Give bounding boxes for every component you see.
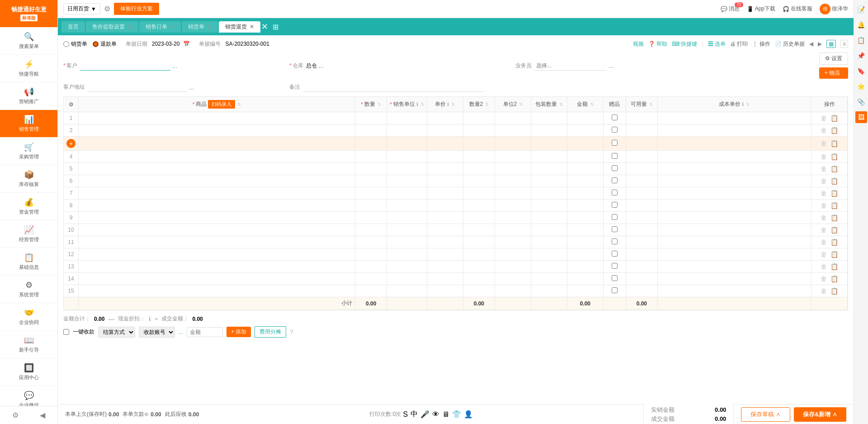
radio-sales-return[interactable]: 销货单 bbox=[63, 40, 87, 48]
costprice-sort[interactable]: ⇅ bbox=[746, 102, 750, 107]
product-input-6[interactable] bbox=[81, 178, 352, 184]
row-gift-13[interactable] bbox=[603, 261, 626, 273]
product-sort[interactable]: ⇅ bbox=[237, 102, 241, 107]
zhong-icon[interactable]: 中 bbox=[410, 410, 418, 419]
tab-1[interactable]: 售价提取设置✕ bbox=[86, 21, 138, 33]
right-panel-icon-8[interactable]: 🖼 bbox=[855, 111, 867, 123]
right-panel-icon-7[interactable]: 📎 bbox=[855, 96, 867, 108]
grid-view-icon[interactable]: ▦ bbox=[826, 40, 836, 48]
right-panel-icon-4[interactable]: 📌 bbox=[855, 50, 867, 62]
delete-row-5-icon[interactable]: 🗑 bbox=[821, 165, 827, 172]
row-product-5[interactable] bbox=[79, 163, 355, 175]
unit-sort[interactable]: ⇅ bbox=[420, 102, 424, 107]
product-input-9[interactable] bbox=[81, 214, 352, 221]
copy-row-3-icon[interactable]: 📋 bbox=[830, 140, 838, 147]
industry-select[interactable]: 日用百货 ▼ bbox=[63, 3, 100, 14]
qty2-sort[interactable]: ⇅ bbox=[485, 102, 489, 107]
tab-close-4[interactable]: ✕ bbox=[250, 24, 254, 30]
tab-close-2[interactable]: ✕ bbox=[170, 24, 175, 30]
online-service-btn[interactable]: 🎧 在线客服 bbox=[783, 5, 812, 13]
product-input-11[interactable] bbox=[81, 239, 352, 245]
row-product-12[interactable] bbox=[79, 248, 355, 261]
row-product-6[interactable] bbox=[79, 175, 355, 187]
product-input-10[interactable] bbox=[81, 227, 352, 233]
sidebar-item-搜索菜单[interactable]: 🔍搜索菜单 bbox=[0, 27, 57, 55]
mic-icon[interactable]: 🎤 bbox=[420, 410, 429, 419]
tab-close-3[interactable]: ✕ bbox=[207, 24, 212, 30]
sidebar-item-资金管理[interactable]: 💰资金管理 bbox=[0, 193, 57, 220]
copy-row-2-icon[interactable]: 📋 bbox=[830, 127, 838, 134]
sidebar-item-企业协同[interactable]: 🤝企业协同 bbox=[0, 303, 57, 331]
row-product-13[interactable] bbox=[79, 261, 355, 273]
add-row-btn[interactable]: + bbox=[66, 139, 75, 148]
toolbar-print[interactable]: 🖨 打印 bbox=[730, 40, 748, 48]
sidebar-item-企业微信[interactable]: 💬企业微信 bbox=[0, 386, 57, 406]
gift-checkbox-9[interactable] bbox=[612, 214, 618, 220]
sidebar-item-快捷导航[interactable]: ⚡快捷导航 bbox=[0, 55, 57, 82]
address-dots[interactable]: ... bbox=[189, 84, 194, 91]
copy-row-15-icon[interactable]: 📋 bbox=[830, 287, 838, 295]
copy-row-8-icon[interactable]: 📋 bbox=[830, 202, 838, 209]
sidebar-item-新手引导[interactable]: 📖新手引导 bbox=[0, 331, 57, 358]
unit-info-icon[interactable]: ℹ bbox=[416, 101, 418, 107]
sidebar-item-系统管理[interactable]: ⚙系统管理 bbox=[0, 276, 57, 303]
right-panel-icon-5[interactable]: 🔖 bbox=[855, 65, 867, 77]
message-btn[interactable]: 💬 消息 70 bbox=[721, 5, 740, 13]
calendar-icon[interactable]: 📅 bbox=[183, 41, 190, 47]
gift-checkbox-4[interactable] bbox=[612, 153, 618, 159]
row-gift-12[interactable] bbox=[603, 248, 626, 261]
product-input-7[interactable] bbox=[81, 190, 352, 196]
product-input-13[interactable] bbox=[81, 263, 352, 270]
row-gift-2[interactable] bbox=[603, 124, 626, 137]
gift-checkbox-6[interactable] bbox=[612, 177, 618, 183]
product-input-15[interactable] bbox=[81, 288, 352, 294]
row-product-3[interactable] bbox=[79, 137, 355, 151]
product-input-8[interactable] bbox=[81, 202, 352, 209]
row-gift-5[interactable] bbox=[603, 163, 626, 175]
account-select[interactable]: 收款账号 bbox=[139, 327, 175, 338]
delete-row-8-icon[interactable]: 🗑 bbox=[821, 202, 827, 209]
copy-row-13-icon[interactable]: 📋 bbox=[830, 263, 838, 270]
wuliu-btn[interactable]: + 物流 bbox=[819, 67, 848, 79]
radio-refund[interactable]: 退款单 bbox=[93, 40, 117, 48]
tab-3[interactable]: 销货单✕ bbox=[182, 21, 218, 33]
account-dots[interactable]: ... bbox=[179, 329, 183, 335]
delete-row-11-icon[interactable]: 🗑 bbox=[821, 238, 827, 246]
experience-btn[interactable]: 体验行业方案 bbox=[114, 3, 159, 15]
copy-row-10-icon[interactable]: 📋 bbox=[830, 226, 838, 233]
product-input-14[interactable] bbox=[81, 276, 352, 282]
delete-row-4-icon[interactable]: 🗑 bbox=[821, 153, 827, 160]
toolbar-shortcut[interactable]: ⌨ 快捷键 bbox=[672, 40, 697, 48]
right-panel-icon-1[interactable]: 📝 bbox=[855, 4, 867, 15]
amount-input[interactable] bbox=[187, 327, 223, 337]
warehouse-dots[interactable]: ... bbox=[319, 62, 324, 69]
row-gift-10[interactable] bbox=[603, 224, 626, 236]
toolbar-history[interactable]: 📄 历史单据 bbox=[775, 40, 805, 48]
sidebar-item-基础信息[interactable]: 📋基础信息 bbox=[0, 248, 57, 276]
address-input[interactable] bbox=[88, 82, 187, 92]
gift-checkbox-8[interactable] bbox=[612, 202, 618, 208]
price-sort[interactable]: ⇅ bbox=[451, 102, 455, 107]
person-icon[interactable]: 👤 bbox=[464, 410, 473, 419]
delete-row-9-icon[interactable]: 🗑 bbox=[821, 214, 827, 221]
gift-checkbox-5[interactable] bbox=[612, 165, 618, 171]
copy-row-11-icon[interactable]: 📋 bbox=[830, 238, 838, 246]
product-input-3[interactable] bbox=[81, 140, 352, 147]
product-input-1[interactable] bbox=[81, 115, 352, 121]
gift-checkbox-11[interactable] bbox=[612, 238, 618, 244]
delete-row-3-icon[interactable]: 🗑 bbox=[821, 140, 827, 147]
next-record-icon[interactable]: ▶ bbox=[818, 41, 822, 47]
delete-row-10-icon[interactable]: 🗑 bbox=[821, 226, 827, 233]
row-gift-8[interactable] bbox=[603, 200, 626, 212]
user-profile-btn[interactable]: 徐 徐泽华 bbox=[820, 4, 848, 14]
topbar-settings-icon[interactable]: ⚙ bbox=[104, 5, 110, 13]
delete-row-12-icon[interactable]: 🗑 bbox=[821, 251, 827, 258]
product-input-5[interactable] bbox=[81, 166, 352, 172]
delete-row-14-icon[interactable]: 🗑 bbox=[821, 275, 827, 282]
product-input-2[interactable] bbox=[81, 127, 352, 133]
product-input-12[interactable] bbox=[81, 251, 352, 257]
row-gift-14[interactable] bbox=[603, 273, 626, 285]
sidebar-item-经营管理[interactable]: 📈经营管理 bbox=[0, 220, 57, 248]
save-draft-btn[interactable]: 保存草稿 ∧ bbox=[741, 407, 790, 422]
delete-row-15-icon[interactable]: 🗑 bbox=[821, 287, 827, 295]
